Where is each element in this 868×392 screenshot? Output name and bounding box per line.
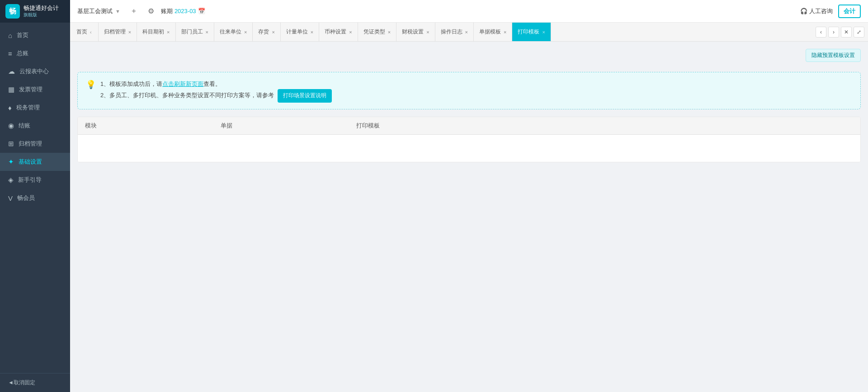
col-document: 单据 xyxy=(213,122,349,130)
tab-archive-mgmt[interactable]: 归档管理× xyxy=(99,23,137,41)
refresh-link[interactable]: 点击刷新新页面 xyxy=(162,80,203,87)
tab-close-archive-mgmt[interactable]: × xyxy=(128,29,131,35)
nav-icon-close: ◉ xyxy=(8,122,14,130)
bulb-icon: 💡 xyxy=(86,80,96,90)
sidebar-item-close[interactable]: ◉结账 xyxy=(0,117,70,135)
info-box: 💡 1、模板添加成功后，请点击刷新新页面查看。 2、多员工、多打印机、多种业务类… xyxy=(77,72,861,109)
tab-unit[interactable]: 计量单位× xyxy=(281,23,319,41)
tab-label-partner: 往来单位 xyxy=(220,28,241,36)
tab-voucher-type[interactable]: 凭证类型× xyxy=(358,23,396,41)
tab-close-partner[interactable]: × xyxy=(244,29,247,35)
tab-home[interactable]: 首页‹ xyxy=(70,23,99,41)
service-button[interactable]: 🎧 人工咨询 xyxy=(800,7,833,15)
tab-close-voucher-type[interactable]: × xyxy=(388,29,391,35)
print-explain-button[interactable]: 打印场景设置说明 xyxy=(278,89,332,103)
sidebar-item-settings[interactable]: ✦基础设置 xyxy=(0,153,70,171)
info-line1-suffix: 查看。 xyxy=(203,80,221,87)
tab-label-operation-log: 操作日志 xyxy=(441,28,462,36)
headphone-icon: 🎧 xyxy=(800,8,807,14)
settings-icon[interactable]: ⚙ xyxy=(145,5,157,18)
nav-icon-home: ⌂ xyxy=(8,32,12,39)
tab-label-tax-setting: 财税设置 xyxy=(402,28,424,36)
print-template-table: 模块 单据 打印模板 xyxy=(77,117,861,162)
service-label: 人工咨询 xyxy=(809,7,833,15)
tab-label-print-template: 打印模板 xyxy=(518,28,539,36)
info-line2: 2、多员工、多打印机、多种业务类型设置不同打印方案等，请参考 xyxy=(100,92,274,99)
tab-label-home: 首页 xyxy=(76,28,87,36)
nav-label-reports: 云报表中心 xyxy=(19,67,49,76)
period-label: 账期 xyxy=(161,7,173,15)
sidebar-item-reports[interactable]: ☁云报表中心 xyxy=(0,62,70,80)
tab-label-subject-init: 科目期初 xyxy=(142,28,164,36)
nav-label-ledger: 总账 xyxy=(17,49,28,57)
period-value[interactable]: 2023-03 xyxy=(175,8,196,14)
tab-inventory[interactable]: 存货× xyxy=(253,23,280,41)
sidebar-item-home[interactable]: ⌂首页 xyxy=(0,26,70,44)
tab-scroll-right[interactable]: › xyxy=(828,27,839,38)
nav-label-settings: 基础设置 xyxy=(19,158,42,166)
tab-label-single-voucher: 单据模板 xyxy=(479,28,501,36)
col-print-template: 打印模板 xyxy=(349,122,860,130)
sidebar-item-guide[interactable]: ◈新手引导 xyxy=(0,171,70,189)
tab-print-template[interactable]: 打印模板× xyxy=(512,23,551,41)
tab-label-inventory: 存货 xyxy=(258,28,269,36)
nav-icon-guide: ◈ xyxy=(8,176,14,184)
tab-operation-log[interactable]: 操作日志× xyxy=(435,23,474,41)
nav-icon-invoice: ▦ xyxy=(8,85,14,94)
tabbar-controls: ‹ › ✕ ⤢ xyxy=(812,23,868,41)
sidebar-item-ledger[interactable]: ≡总账 xyxy=(0,44,70,62)
nav-icon-reports: ☁ xyxy=(8,67,15,76)
sidebar: 畅 畅捷通好会计 旗舰版 ⌂首页≡总账☁云报表中心▦发票管理♦税务管理◉结账⊞归… xyxy=(0,0,70,392)
nav-icon-member: V xyxy=(8,194,13,202)
nav-label-guide: 新手引导 xyxy=(18,176,42,184)
tab-close-inventory[interactable]: × xyxy=(272,29,274,35)
sidebar-item-member[interactable]: V畅会员 xyxy=(0,189,70,207)
tab-close-unit[interactable]: × xyxy=(311,29,313,35)
tab-label-department: 部门员工 xyxy=(181,28,203,36)
logo-icon: 畅 xyxy=(5,4,20,19)
tab-partner[interactable]: 往来单位× xyxy=(214,23,253,41)
nav-label-member: 畅会员 xyxy=(17,194,35,202)
tab-currency[interactable]: 币种设置× xyxy=(319,23,358,41)
company-selector[interactable]: 基层工会测试 ▼ xyxy=(77,7,120,15)
main-area: 基层工会测试 ▼ ＋ ⚙ 账期 2023-03 📅 🎧 人工咨询 会计 首页‹归… xyxy=(70,0,868,392)
tab-tax-setting[interactable]: 财税设置× xyxy=(396,23,435,41)
topbar: 基层工会测试 ▼ ＋ ⚙ 账期 2023-03 📅 🎧 人工咨询 会计 xyxy=(70,0,868,23)
sidebar-logo: 畅 畅捷通好会计 旗舰版 xyxy=(0,0,70,23)
tab-nav-left-arrow: ‹ xyxy=(90,29,92,35)
tab-scroll-left[interactable]: ‹ xyxy=(816,27,826,38)
tab-label-unit: 计量单位 xyxy=(286,28,308,36)
nav-label-close: 结账 xyxy=(19,122,30,130)
info-line1-prefix: 1、模板添加成功后，请 xyxy=(100,80,162,87)
topbar-actions: ＋ ⚙ xyxy=(127,5,157,18)
tab-close-current[interactable]: ✕ xyxy=(841,27,852,38)
hide-template-button[interactable]: 隐藏预置模板设置 xyxy=(806,49,861,62)
col-module: 模块 xyxy=(78,122,213,130)
info-text: 1、模板添加成功后，请点击刷新新页面查看。 2、多员工、多打印机、多种业务类型设… xyxy=(100,79,332,103)
nav-label-home: 首页 xyxy=(17,31,28,39)
kuaiji-button[interactable]: 会计 xyxy=(838,5,861,18)
sidebar-item-invoice[interactable]: ▦发票管理 xyxy=(0,80,70,99)
tab-label-archive-mgmt: 归档管理 xyxy=(104,28,126,36)
tab-single-voucher[interactable]: 单据模板× xyxy=(474,23,512,41)
tab-close-currency[interactable]: × xyxy=(349,29,352,35)
tab-department[interactable]: 部门员工× xyxy=(176,23,214,41)
nav-icon-tax: ♦ xyxy=(8,104,12,112)
tab-label-voucher-type: 凭证类型 xyxy=(363,28,385,36)
tab-subject-init[interactable]: 科目期初× xyxy=(137,23,175,41)
topbar-left: 基层工会测试 ▼ ＋ ⚙ 账期 2023-03 📅 xyxy=(77,5,800,18)
tab-close-tax-setting[interactable]: × xyxy=(426,29,429,35)
calendar-icon[interactable]: 📅 xyxy=(198,8,205,14)
tab-expand[interactable]: ⤢ xyxy=(854,27,864,38)
add-tab-button[interactable]: ＋ xyxy=(127,5,140,18)
tab-close-single-voucher[interactable]: × xyxy=(504,29,506,35)
tabbar: 首页‹归档管理×科目期初×部门员工×往来单位×存货×计量单位×币种设置×凭证类型… xyxy=(70,23,868,42)
sidebar-item-archive[interactable]: ⊞归档管理 xyxy=(0,135,70,153)
tab-close-subject-init[interactable]: × xyxy=(167,29,170,35)
sidebar-item-tax[interactable]: ♦税务管理 xyxy=(0,99,70,117)
tab-close-department[interactable]: × xyxy=(206,29,208,35)
tab-close-operation-log[interactable]: × xyxy=(465,29,468,35)
cancel-pin-button[interactable]: ◄取消固定 xyxy=(0,373,70,392)
table-header: 模块 单据 打印模板 xyxy=(78,117,860,135)
tab-close-print-template[interactable]: × xyxy=(542,29,545,35)
